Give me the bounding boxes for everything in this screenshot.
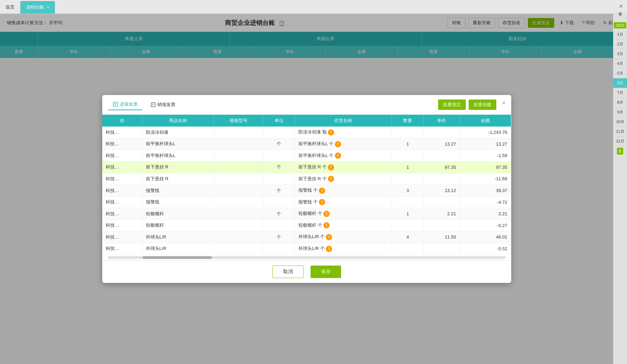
tab-home[interactable]: 首页 xyxy=(0,1,20,14)
tab-home-label: 首页 xyxy=(6,4,15,10)
th-product-name: 商品名称 xyxy=(142,115,214,127)
table-row[interactable]: 科技…前平衡杆球头L前平衡杆球头L 个 !-1.59 xyxy=(102,150,511,162)
tab-ledger-label: 进销台账 xyxy=(26,4,44,10)
th-quantity: 数量 xyxy=(392,115,424,127)
tab-incoming-label: 进项发票 xyxy=(120,101,138,107)
table-row[interactable]: 科技…前下悬挂 R前下悬挂 R 个 !-11.68 xyxy=(102,173,511,185)
warning-icon: ! xyxy=(323,211,330,217)
svg-rect-0 xyxy=(113,102,117,106)
table-header: 你 商品名称 规格型号 单位 存货名称 数量 单价 金额 xyxy=(102,115,511,127)
side-month-4[interactable]: 4月 xyxy=(613,59,627,69)
warning-icon: ! xyxy=(328,129,334,136)
table-row[interactable]: 科技…报警线报警线 个 !-4.72 xyxy=(102,196,511,208)
warning-icon: ! xyxy=(319,199,325,205)
dialog-overlay: 进项发票 销项发票 批量指定 批量创建 × xyxy=(0,14,613,364)
dialog-scrollbar[interactable] xyxy=(108,256,506,259)
incoming-invoice-icon xyxy=(113,102,118,107)
tab-ledger-close[interactable]: × xyxy=(47,5,49,10)
th-spec-model: 规格型号 xyxy=(214,115,263,127)
side-month-6[interactable]: 6月 xyxy=(613,78,627,88)
tab-outgoing-invoice[interactable]: 销项发票 xyxy=(145,99,181,110)
side-month-10[interactable]: 10月 xyxy=(613,117,627,127)
th-unit-price: 单价 xyxy=(424,115,460,127)
warning-icon: ! xyxy=(326,246,332,252)
table-row[interactable]: 科技…轮毂螺杆个轮毂螺杆 个 !12.212.21 xyxy=(102,208,511,220)
table-row[interactable]: 科技…报警线个报警线 个 !313.1239.37 xyxy=(102,185,511,197)
warning-icon: ! xyxy=(326,234,332,240)
th-unit: 单位 xyxy=(263,115,295,127)
warning-icon: ! xyxy=(335,153,341,159)
warning-icon: ! xyxy=(328,164,334,171)
tab-outgoing-label: 销项发票 xyxy=(157,102,175,108)
warning-icon: ! xyxy=(328,176,334,182)
batch-create-button[interactable]: 批量创建 xyxy=(469,99,496,110)
side-month-1[interactable]: 1月 xyxy=(613,30,627,40)
side-panel: 月份 2023 1月 2月 3月 4月 5月 6月 7月 8月 9月 10月 1… xyxy=(613,14,627,364)
side-number-badge: 8 xyxy=(617,148,624,155)
side-month-9[interactable]: 9月 xyxy=(613,107,627,117)
side-month-12[interactable]: 12月 xyxy=(613,137,627,146)
tab-ledger[interactable]: 进销台账 × xyxy=(20,1,55,14)
invoice-table: 你 商品名称 规格型号 单位 存货名称 数量 单价 金额 科技…防冻冷却液防冻冷… xyxy=(102,115,511,254)
side-month-5[interactable]: 5月 xyxy=(613,69,627,78)
side-year-badge: 2023 xyxy=(614,22,626,28)
window-close-btn[interactable]: × xyxy=(619,3,623,10)
side-month-11[interactable]: 11月 xyxy=(613,127,627,137)
batch-assign-button[interactable]: 批量指定 xyxy=(438,99,466,110)
tab-incoming-invoice[interactable]: 进项发票 xyxy=(108,99,142,110)
tab-bar: 首页 进销台账 × × xyxy=(0,0,627,14)
th-inventory-name: 存货名称 xyxy=(295,115,392,127)
dialog-close-button[interactable]: × xyxy=(502,99,506,110)
th-amount: 金额 xyxy=(460,115,511,127)
main-area: 销售成本计算方法： 月平均 商贸企业进销台账 📋 对账 重新开账 存货别名 生成… xyxy=(0,14,627,364)
table-row[interactable]: 科技…外球头L/R外球头L/R 个 !-5.52 xyxy=(102,243,511,255)
dialog-footer: 取消 保存 xyxy=(102,260,511,283)
side-month-8[interactable]: 8月 xyxy=(613,98,627,107)
side-month-7[interactable]: 7月 xyxy=(613,88,627,98)
dialog-header: 进项发票 销项发票 批量指定 批量创建 × xyxy=(102,95,511,115)
side-month-2[interactable]: 2月 xyxy=(613,40,627,49)
table-row[interactable]: 科技…轮毂螺杆轮毂螺杆 个 !-0.27 xyxy=(102,219,511,231)
th-col1: 你 xyxy=(102,115,142,127)
dialog-scrollbar-thumb[interactable] xyxy=(142,256,212,259)
warning-icon: ! xyxy=(335,141,341,147)
warning-icon: ! xyxy=(319,188,325,194)
svg-rect-3 xyxy=(151,103,155,107)
side-month-3[interactable]: 3月 xyxy=(613,49,627,59)
warning-icon: ! xyxy=(323,222,330,228)
table-row[interactable]: 科技…防冻冷却液防冻冷却液 瓶 !-1,243.76 xyxy=(102,127,511,138)
table-row[interactable]: 科技…前下悬挂 R个前下悬挂 R 个 !197.3597.35 xyxy=(102,162,511,173)
outgoing-invoice-icon xyxy=(150,102,156,107)
dialog: 进项发票 销项发票 批量指定 批量创建 × xyxy=(102,95,511,283)
dialog-header-buttons: 批量指定 批量创建 × xyxy=(438,99,506,110)
side-panel-month-label: 月份 xyxy=(617,17,624,20)
table-row[interactable]: 科技…前平衡杆球头L个前平衡杆球头L 个 !113.2713.27 xyxy=(102,138,511,150)
table-row[interactable]: 科技…外球头L/R个外球头L/R 个 !411.5046.01 xyxy=(102,231,511,243)
dialog-table-wrapper[interactable]: 你 商品名称 规格型号 单位 存货名称 数量 单价 金额 科技…防冻冷却液防冻冷… xyxy=(102,115,511,254)
save-button[interactable]: 保存 xyxy=(311,266,341,278)
table-body: 科技…防冻冷却液防冻冷却液 瓶 !-1,243.76科技…前平衡杆球头L个前平衡… xyxy=(102,127,511,254)
cancel-button[interactable]: 取消 xyxy=(272,266,304,278)
